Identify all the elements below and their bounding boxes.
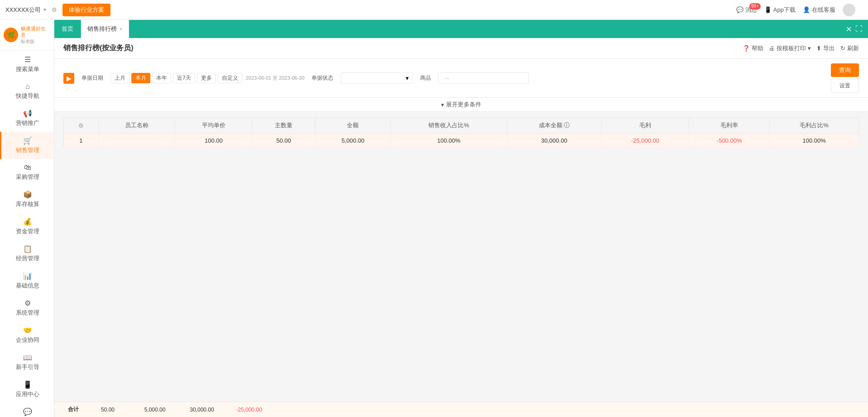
tab-label: 销售排行榜 <box>87 25 117 33</box>
company-settings-icon[interactable]: ⚙ <box>52 6 57 13</box>
tab-actions: ✕ ⛶ <box>840 25 868 34</box>
tab-home-label: 首页 <box>62 25 73 33</box>
enterprise-icon: 🤝 <box>23 326 32 335</box>
status-chevron-icon: ▾ <box>406 75 409 81</box>
goods-input-dots[interactable]: ··· <box>444 75 449 81</box>
date-prev-month-btn[interactable]: 上月 <box>110 73 129 83</box>
footer-qty: 50.00 <box>90 407 126 413</box>
expand-conditions-row: ▾ 展开更多条件 <box>54 98 868 112</box>
sidebar-item-label: 新手引导 <box>16 363 39 371</box>
finance-icon: 💰 <box>23 217 32 226</box>
maximize-icon[interactable]: ⛶ <box>855 25 863 33</box>
sidebar-item-sales[interactable]: 🛒 销售管理 <box>0 132 54 159</box>
content-area: 首页 销售排行榜 × ✕ ⛶ 销售排行榜(按业务员) ❓ 帮助 <box>54 20 868 417</box>
search-order-icon: ☰ <box>24 55 31 64</box>
sidebar-item-enterprise[interactable]: 🤝 企业协同 <box>0 321 54 349</box>
online-service-label: 在线客服 <box>812 6 835 14</box>
col-avg-price: 平均单价 <box>175 118 252 134</box>
sidebar-item-search-order[interactable]: ☰ 搜索菜单 <box>0 51 54 78</box>
goods-filter-input[interactable]: ··· <box>438 72 529 84</box>
sidebar-item-base-info[interactable]: 📊 基础信息 <box>0 267 54 294</box>
print-label: 按模板打印 <box>777 44 806 53</box>
page-title: 销售排行榜(按业务员) <box>63 43 134 53</box>
help-button[interactable]: ❓ 帮助 <box>743 44 763 53</box>
sidebar-item-finance[interactable]: 💰 资金管理 <box>0 213 54 240</box>
sidebar-item-system[interactable]: ⚙ 系统管理 <box>0 294 54 321</box>
help-icon: ❓ <box>743 45 750 52</box>
header-right: 💬 99+ 消息 📱 App下载 👤 在线客服 <box>736 4 863 16</box>
tab-home[interactable]: 首页 <box>54 20 81 38</box>
col-settings[interactable]: ⚙ <box>64 118 99 134</box>
col-gross-pct: 毛利占比% <box>770 118 859 134</box>
close-window-icon[interactable]: ✕ <box>846 25 852 34</box>
page-content: 销售排行榜(按业务员) ❓ 帮助 🖨 按模板打印 ▾ ⬆ 导出 <box>54 38 868 417</box>
base-info-icon: 📊 <box>23 272 32 280</box>
filter-expand-arrow[interactable]: ▶ <box>63 73 74 84</box>
message-button[interactable]: 💬 99+ 消息 <box>736 6 757 14</box>
message-icon: 💬 <box>736 6 743 13</box>
sidebar-item-label: 应用中心 <box>16 390 39 398</box>
date-more-btn[interactable]: 更多 <box>197 73 216 83</box>
filter-row: ▶ 单据日期 上月 本月 本年 近7天 更多 自定义 2023-06-01 至 … <box>63 63 859 93</box>
sidebar-item-label: 基础信息 <box>16 282 39 290</box>
sidebar-item-label: 采购管理 <box>16 173 39 181</box>
expand-conditions-button[interactable]: ▾ 展开更多条件 <box>441 101 481 109</box>
app-download-button[interactable]: 📱 App下载 <box>764 6 796 14</box>
status-filter-select[interactable]: ▾ <box>340 72 413 84</box>
app-icon: 📱 <box>764 6 772 13</box>
date-this-year-btn[interactable]: 本年 <box>152 73 171 83</box>
cell-avg-price: 100.00 <box>175 134 252 148</box>
goods-filter-label: 商品 <box>420 74 431 82</box>
query-button[interactable]: 查询 <box>831 63 859 77</box>
sidebar-item-label: 销售管理 <box>16 146 39 154</box>
avatar[interactable] <box>843 4 855 16</box>
cell-total: 5,000.00 <box>315 134 391 148</box>
sidebar-item-wechat[interactable]: 💬 企业微信 <box>0 403 54 417</box>
table-footer: 合计 50.00 5,000.00 30,000.00 -25,000.00 <box>54 402 868 417</box>
cell-cost: 30,000.00 <box>507 134 601 148</box>
try-industry-button[interactable]: 体验行业方案 <box>62 4 110 16</box>
date-this-month-btn[interactable]: 本月 <box>131 73 150 83</box>
tab-close-icon[interactable]: × <box>120 26 122 32</box>
tab-bar: 首页 销售排行榜 × ✕ ⛶ <box>54 20 868 38</box>
tab-sales-ranking[interactable]: 销售排行榜 × <box>81 20 129 38</box>
cell-gross-pct: 100.00% <box>770 134 859 148</box>
col-total: 全额 <box>315 118 391 134</box>
print-icon: 🖨 <box>769 45 775 52</box>
refresh-label: 刷新 <box>847 44 859 53</box>
sidebar-item-operations[interactable]: 📋 经营管理 <box>0 240 54 267</box>
quick-nav-icon: ⌂ <box>25 82 30 91</box>
sidebar-item-inventory[interactable]: 📦 库存核算 <box>0 186 54 213</box>
export-button[interactable]: ⬆ 导出 <box>816 44 835 53</box>
col-cost: 成本全额 ⓘ <box>507 118 601 134</box>
sidebar-item-purchase[interactable]: 🛍 采购管理 <box>0 159 54 186</box>
sidebar-item-guide[interactable]: 📖 新手引导 <box>0 349 54 376</box>
cell-qty: 50.00 <box>252 134 316 148</box>
date-custom-btn[interactable]: 自定义 <box>218 73 242 83</box>
chevron-down-icon: ▼ <box>43 7 47 12</box>
sidebar-logo: 🌿 畅康通好生意 标准版 <box>0 20 54 51</box>
company-selector[interactable]: XXXXXX公司 ▼ <box>5 6 47 14</box>
expand-label: 展开更多条件 <box>446 101 481 109</box>
company-name: XXXXXX公司 <box>5 6 41 14</box>
col-employee: 员工名称 <box>98 118 175 134</box>
print-button[interactable]: 🖨 按模板打印 ▾ <box>769 44 811 53</box>
cell-gross: -25,000.00 <box>601 134 689 148</box>
sidebar-item-label: 快捷导航 <box>16 92 39 100</box>
data-table: ⚙ 员工名称 平均单价 主数量 全额 销售收入占比% 成本全额 ⓘ 毛利 毛利率… <box>63 117 859 148</box>
sidebar-item-label: 系统管理 <box>16 309 39 317</box>
status-filter-label: 单据状态 <box>312 74 333 82</box>
date-7days-btn[interactable]: 近7天 <box>173 73 195 83</box>
sidebar-item-label: 资金管理 <box>16 227 39 235</box>
refresh-button[interactable]: ↻ 刷新 <box>840 44 859 53</box>
col-gross: 毛利 <box>601 118 689 134</box>
sidebar-item-label: 搜索菜单 <box>16 65 39 73</box>
main-layout: 🌿 畅康通好生意 标准版 ☰ 搜索菜单 ⌂ 快捷导航 📢 营销推广 🛒 销售管理… <box>0 20 868 417</box>
sidebar-item-marketing[interactable]: 📢 营销推广 <box>0 105 54 132</box>
guide-icon: 📖 <box>23 353 32 362</box>
table-wrap: ⚙ 员工名称 平均单价 主数量 全额 销售收入占比% 成本全额 ⓘ 毛利 毛利率… <box>54 112 868 402</box>
online-service-button[interactable]: 👤 在线客服 <box>803 6 835 14</box>
settings-button[interactable]: 设置 <box>831 79 859 93</box>
sidebar-item-quick-nav[interactable]: ⌂ 快捷导航 <box>0 78 54 105</box>
sidebar-item-app-center[interactable]: 📱 应用中心 <box>0 376 54 403</box>
